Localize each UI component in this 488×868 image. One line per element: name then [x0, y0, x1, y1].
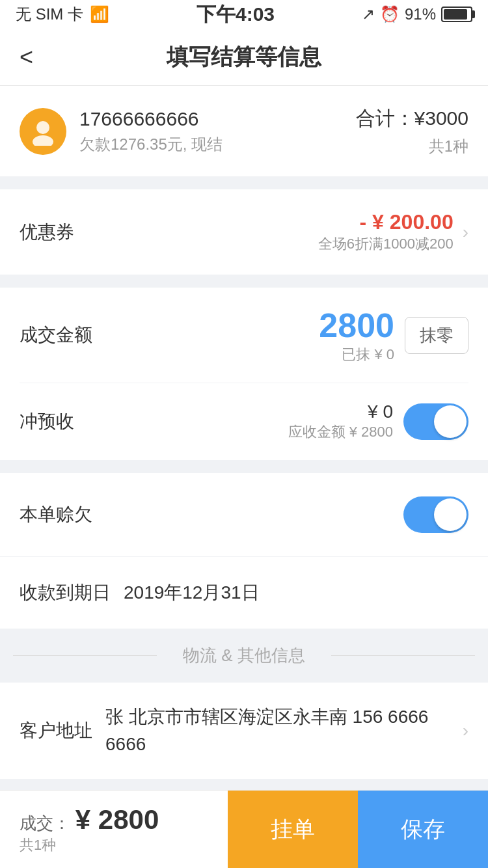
total-label: 合计： — [356, 107, 414, 129]
chong-yushou-right: ¥ 0 应收金额 ¥ 2800 — [288, 401, 468, 442]
address-row[interactable]: 客户地址 张 北京市市辖区海淀区永丰南 156 6666 6666 › — [20, 683, 468, 779]
status-bar: 无 SIM 卡 📶 下午4:03 ↗ ⏰ 91% — [0, 0, 488, 29]
logistics-line-left — [13, 655, 157, 656]
svg-point-1 — [33, 135, 53, 146]
battery-percent: 91% — [405, 5, 436, 23]
coupon-desc: 全场6折满1000减200 — [318, 234, 454, 254]
total-amount: 合计：¥3000 — [356, 105, 468, 132]
queqian-toggle-knob — [434, 498, 467, 531]
logistics-divider: 物流 & 其他信息 — [0, 629, 488, 683]
deal-amount-sub: 已抹 ¥ 0 — [319, 345, 394, 364]
battery-icon — [441, 7, 472, 22]
queqian-section: 本单赊欠 — [0, 473, 488, 556]
customer-phone: 17666666666 — [79, 108, 356, 130]
toggle-knob — [434, 405, 467, 438]
chong-yushou-toggle[interactable] — [403, 403, 468, 440]
divider-1 — [0, 176, 488, 189]
queqian-toggle[interactable] — [403, 496, 468, 533]
coupon-section: 优惠券 - ¥ 200.00 全场6折满1000减200 › — [0, 189, 488, 275]
avatar — [20, 108, 66, 155]
divider-3 — [0, 460, 488, 473]
alarm-icon: ⏰ — [380, 5, 400, 23]
address-section: 客户地址 张 北京市市辖区海淀区永丰南 156 6666 6666 › — [0, 683, 488, 779]
address-chevron-icon: › — [463, 720, 468, 741]
duedate-row: 收款到期日 2019年12月31日 — [20, 557, 468, 629]
avatar-icon — [29, 117, 57, 146]
round-zero-button[interactable]: 抹零 — [405, 317, 468, 354]
coupon-label: 优惠券 — [20, 220, 74, 245]
bottom-summary: 成交： ¥ 2800 共1种 — [0, 804, 228, 855]
address-value: 张 北京市市辖区海淀区永丰南 156 6666 6666 — [105, 703, 457, 758]
chong-yushou-value: ¥ 0 — [288, 401, 393, 422]
time-label: 下午4:03 — [197, 1, 275, 28]
bottom-amount: ¥ 2800 — [75, 804, 159, 835]
pending-button[interactable]: 挂单 — [228, 791, 358, 869]
duedate-section: 收款到期日 2019年12月31日 — [0, 557, 488, 629]
logistics-text: 物流 & 其他信息 — [183, 644, 305, 667]
total-sub: 共1种 — [356, 136, 468, 157]
divider-2 — [0, 275, 488, 288]
chong-yushou-sub: 应收金额 ¥ 2800 — [288, 422, 393, 442]
customer-card: 17666666666 欠款1276.35元, 现结 合计：¥3000 共1种 — [0, 86, 488, 176]
status-right: ↗ ⏰ 91% — [362, 5, 472, 23]
coupon-row[interactable]: 优惠券 - ¥ 200.00 全场6折满1000减200 › — [20, 189, 468, 275]
content-area: 17666666666 欠款1276.35元, 现结 合计：¥3000 共1种 … — [0, 86, 488, 868]
bottom-sub: 共1种 — [20, 835, 208, 855]
coupon-right: - ¥ 200.00 全场6折满1000减200 › — [318, 210, 468, 254]
customer-sub: 欠款1276.35元, 现结 — [79, 134, 356, 155]
page-header: < 填写结算等信息 — [0, 29, 488, 86]
deal-amount-row: 成交金额 2800 已抹 ¥ 0 抹零 — [20, 288, 468, 383]
duedate-value: 2019年12月31日 — [124, 580, 260, 605]
queqian-label: 本单赊欠 — [20, 502, 92, 527]
duedate-label: 收款到期日 — [20, 580, 111, 605]
logistics-line-right — [331, 655, 475, 656]
deal-amount-value: 2800 — [319, 306, 394, 345]
save-button[interactable]: 保存 — [358, 791, 488, 869]
status-left: 无 SIM 卡 📶 — [16, 4, 109, 25]
chong-yushou-label: 冲预收 — [20, 409, 74, 434]
queqian-row: 本单赊欠 — [20, 473, 468, 556]
coupon-chevron-icon: › — [463, 222, 468, 243]
bottom-title: 成交： ¥ 2800 — [20, 804, 208, 835]
back-button[interactable]: < — [20, 37, 40, 77]
carrier-label: 无 SIM 卡 — [16, 4, 83, 25]
customer-total: 合计：¥3000 共1种 — [356, 105, 468, 157]
customer-info: 17666666666 欠款1276.35元, 现结 — [79, 108, 356, 155]
address-label: 客户地址 — [20, 718, 92, 743]
deal-amount-right: 2800 已抹 ¥ 0 抹零 — [319, 306, 468, 364]
svg-point-0 — [36, 121, 49, 134]
bottom-bar: 成交： ¥ 2800 共1种 挂单 保存 — [0, 790, 488, 868]
location-icon: ↗ — [362, 5, 375, 23]
deal-amount-label: 成交金额 — [20, 323, 92, 347]
coupon-amount: - ¥ 200.00 — [318, 210, 454, 234]
page-title: 填写结算等信息 — [167, 42, 321, 72]
amount-section: 成交金额 2800 已抹 ¥ 0 抹零 冲预收 ¥ 0 应收金额 ¥ 2800 — [0, 288, 488, 460]
total-value: ¥3000 — [414, 107, 468, 129]
bottom-title-label: 成交： — [20, 813, 70, 833]
chong-yushou-row: 冲预收 ¥ 0 应收金额 ¥ 2800 — [20, 383, 468, 460]
wifi-icon: 📶 — [90, 5, 109, 23]
